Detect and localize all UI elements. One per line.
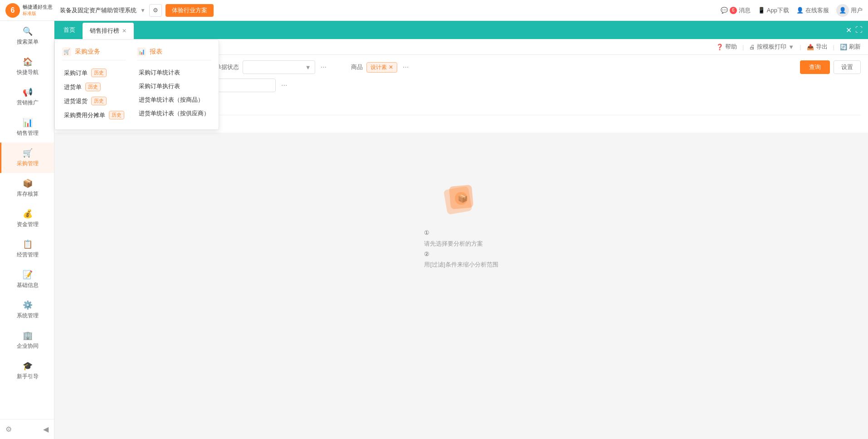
tab-bar-right: ✕ ⛶: [846, 26, 866, 35]
refresh-btn[interactable]: 🔄 刷新: [840, 43, 861, 51]
dropdown-item-report2[interactable]: 采购订单执行表: [137, 79, 211, 93]
online-service-label: 在线客服: [805, 6, 829, 15]
header-right: 💬 6 消息 📱 App下载 👤 在线客服 👤 用户: [721, 4, 863, 17]
print-dropdown-icon[interactable]: ▼: [788, 44, 794, 50]
user-btn[interactable]: 👤 用户: [836, 4, 863, 17]
sidebar-item-collab[interactable]: 🏢 企业协同: [0, 325, 54, 355]
dropdown-item-report4[interactable]: 进货单统计表（按供应商）: [137, 107, 211, 120]
refresh-label: 刷新: [849, 43, 861, 51]
avatar: 👤: [836, 4, 849, 17]
goods-tag-close[interactable]: ✕: [389, 64, 393, 70]
empty-state: 📦 ① 请先选择要分析的方案 ② 用[过滤]条件来缩小分析范围: [54, 133, 868, 314]
dropdown-item-return[interactable]: 进货退货 历史: [62, 94, 126, 108]
tab-close-icon[interactable]: ✕: [122, 28, 127, 34]
sales-icon: 📊: [23, 118, 33, 128]
search-icon: 🔍: [23, 26, 33, 36]
sidebar-item-system[interactable]: ⚙️ 系统管理: [0, 295, 54, 325]
help-btn[interactable]: ❓ 帮助: [716, 43, 737, 51]
help-label: 帮助: [725, 43, 737, 51]
inbound-history[interactable]: 历史: [85, 83, 101, 91]
dropdown-item-cost[interactable]: 采购费用分摊单 历史: [62, 108, 126, 122]
dropdown-arrow-icon[interactable]: ▼: [140, 7, 146, 14]
tab-bar: 首页 销售排行榜 ✕ ✕ ⛶: [54, 21, 868, 39]
sidebar-label-marketing: 营销推广: [17, 99, 39, 107]
app-download-btn[interactable]: 📱 App下载: [758, 6, 789, 15]
logo-sub: 标准版: [23, 10, 53, 17]
message-btn[interactable]: 💬 6 消息: [721, 6, 751, 15]
sidebar-item-nav[interactable]: 🏠 快捷导航: [0, 51, 54, 82]
tab-maximize-icon[interactable]: ⛶: [855, 26, 863, 34]
print-icon: 🖨: [749, 44, 755, 50]
voucher-status-arrow: ▼: [305, 64, 311, 71]
sidebar-item-sales[interactable]: 📊 销售管理: [0, 112, 54, 143]
dropdown-item-purchase-order[interactable]: 采购订单 历史: [62, 66, 126, 80]
purchase-order-history[interactable]: 历史: [91, 69, 107, 77]
sidebar-item-marketing[interactable]: 📢 营销推广: [0, 82, 54, 112]
sidebar-label-guide: 新手引导: [17, 373, 39, 380]
sidebar-label-inventory: 库存核算: [17, 190, 39, 198]
sidebar-label-collab: 企业协同: [17, 342, 39, 350]
return-history[interactable]: 历史: [91, 97, 107, 105]
marketing-icon: 📢: [23, 87, 33, 97]
purchase-col-label: 采购业务: [75, 48, 100, 56]
app-download-label: App下载: [767, 6, 789, 15]
empty-icon: 📦: [439, 177, 484, 222]
report4-label: 进货单统计表（按供应商）: [139, 109, 210, 118]
collab-icon: 🏢: [23, 330, 33, 340]
empty-hint2: 用[过滤]条件来缩小分析范围: [424, 259, 498, 270]
sidebar-item-inventory[interactable]: 📦 库存核算: [0, 173, 54, 203]
purchase-col-title: 🛒 采购业务: [62, 47, 126, 60]
finance-icon: 💰: [23, 209, 33, 219]
home-icon: 🏠: [23, 57, 33, 67]
user-label: 用户: [851, 6, 863, 15]
dropdown-item-inbound[interactable]: 进货单 历史: [62, 80, 126, 94]
voucher-status-select[interactable]: ▼: [243, 60, 315, 74]
logo-icon: 6: [5, 3, 20, 18]
header-center: 装备及固定资产辅助管理系统 ▼ ⚙ 体验行业方案: [60, 4, 721, 17]
export-label: 导出: [816, 43, 828, 51]
sidebar-bottom: ⚙ ◀: [0, 419, 54, 439]
goods-filter-group: 商品 设计素 ✕ ···: [336, 62, 410, 73]
sidebar-item-search[interactable]: 🔍 搜索菜单: [0, 21, 54, 51]
inbound-label: 进货单: [64, 83, 82, 91]
sidebar-settings-btn[interactable]: ⚙: [5, 425, 12, 434]
goods-dots[interactable]: ···: [401, 63, 410, 71]
voucher-status-group: 单据状态 ▼ ···: [212, 60, 328, 74]
sidebar-label-search: 搜索菜单: [17, 38, 39, 46]
cost-label: 采购费用分摊单: [64, 111, 105, 119]
goods-tag: 设计素 ✕: [366, 62, 397, 73]
inventory-icon: 📦: [23, 178, 33, 188]
svg-text:📦: 📦: [458, 193, 468, 203]
sidebar-item-finance[interactable]: 💰 资金管理: [0, 203, 54, 234]
tab-sales-ranking[interactable]: 销售排行榜 ✕: [83, 23, 134, 39]
print-btn[interactable]: 🖨 按模板打印 ▼: [749, 43, 794, 51]
top-header: 6 畅捷通好生意 标准版 装备及固定资产辅助管理系统 ▼ ⚙ 体验行业方案 💬 …: [0, 0, 868, 21]
query-btn[interactable]: 查询: [800, 60, 830, 74]
purchase-icon: 🛒: [23, 148, 33, 158]
report2-label: 采购订单执行表: [139, 82, 180, 90]
system-title: 装备及固定资产辅助管理系统: [60, 6, 137, 15]
message-label: 消息: [739, 6, 751, 15]
dropdown-item-report3[interactable]: 进货单统计表（按商品）: [137, 93, 211, 107]
sidebar-item-basic[interactable]: 📝 基础信息: [0, 264, 54, 295]
sidebar-item-purchase[interactable]: 🛒 采购管理: [0, 143, 54, 173]
voucher-status-dots[interactable]: ···: [319, 63, 328, 71]
salesman-dots[interactable]: ···: [279, 81, 289, 89]
sidebar-item-operations[interactable]: 📋 经营管理: [0, 234, 54, 264]
settings-icon-btn[interactable]: ⚙: [149, 4, 162, 17]
sidebar-label-system: 系统管理: [17, 312, 39, 320]
filter-settings-btn[interactable]: 设置: [834, 60, 861, 74]
cost-history[interactable]: 历史: [109, 111, 124, 119]
dropdown-item-report1[interactable]: 采购订单统计表: [137, 66, 211, 79]
mobile-icon: 📱: [758, 7, 765, 14]
report-col-label: 报表: [150, 48, 162, 56]
tab-home[interactable]: 首页: [56, 21, 83, 39]
tab-close-all-icon[interactable]: ✕: [846, 26, 852, 35]
operations-icon: 📋: [23, 239, 33, 249]
sidebar-collapse-btn[interactable]: ◀: [43, 425, 49, 434]
sidebar-item-guide[interactable]: 🎓 新手引导: [0, 355, 54, 386]
export-btn[interactable]: 📤 导出: [807, 43, 828, 51]
online-service-btn[interactable]: 👤 在线客服: [796, 6, 829, 15]
message-icon: 💬: [721, 7, 728, 14]
industry-btn[interactable]: 体验行业方案: [166, 4, 214, 17]
